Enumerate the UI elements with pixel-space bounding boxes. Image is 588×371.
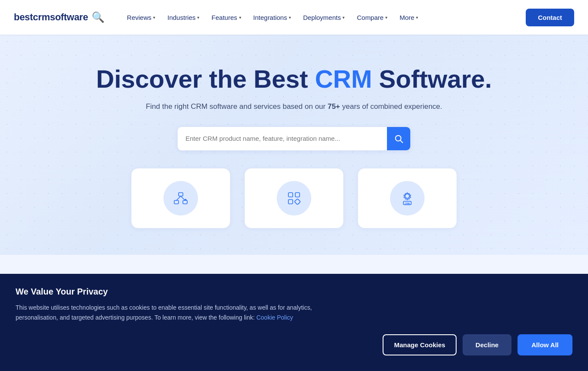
svg-line-5 <box>176 196 181 200</box>
features-icon-circle <box>277 181 311 216</box>
search-button[interactable] <box>387 127 410 150</box>
grid-icon <box>286 190 302 206</box>
nav-item-deployments[interactable]: Deployments ▾ <box>298 10 350 25</box>
cards-row: CRM <box>105 168 483 228</box>
hero-section: Discover the Best CRM Software. Find the… <box>0 35 588 255</box>
cookie-policy-link[interactable]: Cookie Policy <box>256 314 293 321</box>
chevron-down-icon: ▾ <box>385 15 387 20</box>
search-icon <box>394 134 403 143</box>
crm-settings-icon-circle: CRM <box>390 181 425 216</box>
chevron-down-icon: ▾ <box>239 15 241 20</box>
svg-line-1 <box>400 140 403 143</box>
svg-rect-3 <box>174 200 179 204</box>
card-features[interactable] <box>244 168 344 228</box>
integrations-icon-circle <box>163 181 198 216</box>
network-icon <box>173 190 189 206</box>
logo-icon: 🔍 <box>92 11 105 23</box>
navbar: bestcrmsoftware 🔍 Reviews ▾ Industries ▾… <box>0 0 588 35</box>
card-crm-settings[interactable]: CRM <box>358 168 457 228</box>
crm-gear-icon: CRM <box>399 190 415 206</box>
cookie-banner: We Value Your Privacy This website utili… <box>0 274 588 371</box>
chevron-down-icon: ▾ <box>197 15 199 20</box>
search-bar <box>177 127 411 151</box>
svg-text:CRM: CRM <box>405 202 409 204</box>
nav-item-industries[interactable]: Industries ▾ <box>162 10 205 25</box>
svg-rect-10 <box>288 200 293 204</box>
hero-subtitle: Find the right CRM software and services… <box>146 102 442 111</box>
decline-button[interactable]: Decline <box>463 334 511 355</box>
svg-rect-2 <box>179 193 183 196</box>
svg-point-12 <box>405 194 409 198</box>
hero-title: Discover the Best CRM Software. <box>96 65 492 94</box>
allow-all-button[interactable]: Allow All <box>518 334 572 355</box>
chevron-down-icon: ▾ <box>153 15 155 20</box>
chevron-down-icon: ▾ <box>289 15 291 20</box>
nav-item-integrations[interactable]: Integrations ▾ <box>248 10 296 25</box>
nav-links: Reviews ▾ Industries ▾ Features ▾ Integr… <box>122 10 526 25</box>
chevron-down-icon: ▾ <box>416 15 418 20</box>
nav-item-compare[interactable]: Compare ▾ <box>352 10 393 25</box>
svg-rect-8 <box>288 193 293 197</box>
cookie-body: This website utilises technologies such … <box>16 303 318 322</box>
nav-item-features[interactable]: Features ▾ <box>206 10 246 25</box>
nav-item-reviews[interactable]: Reviews ▾ <box>122 10 161 25</box>
svg-rect-11 <box>294 199 300 205</box>
svg-rect-9 <box>295 193 300 197</box>
nav-item-more[interactable]: More ▾ <box>394 10 423 25</box>
contact-button[interactable]: Contact <box>526 9 574 26</box>
card-integrations[interactable] <box>131 168 230 228</box>
logo-text: bestcrmsoftware <box>14 12 88 23</box>
manage-cookies-button[interactable]: Manage Cookies <box>383 334 456 355</box>
chevron-down-icon: ▾ <box>342 15 345 20</box>
search-input[interactable] <box>178 128 387 149</box>
cookie-actions: Manage Cookies Decline Allow All <box>16 334 572 355</box>
cookie-title: We Value Your Privacy <box>16 287 572 297</box>
svg-rect-4 <box>183 200 187 204</box>
logo-link[interactable]: bestcrmsoftware 🔍 <box>14 11 105 23</box>
